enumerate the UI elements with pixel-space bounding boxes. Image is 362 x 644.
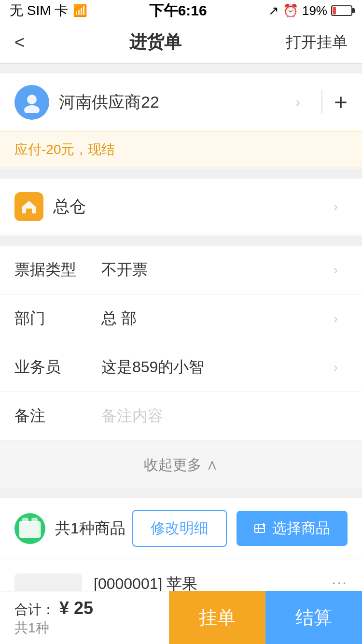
supplier-row[interactable]: 河南供应商22 › + [0,73,362,131]
department-row[interactable]: 部门 总 部 › [0,294,362,343]
salesperson-value: 这是859的小智 [92,357,334,378]
select-product-label: 选择商品 [272,518,330,538]
total-amount: ¥ 25 [59,598,93,618]
battery-percent: 19% [302,3,327,18]
checkout-button[interactable]: 结算 [265,591,362,644]
product-count-label: 共1种商品 [55,518,132,539]
ticket-type-label: 票据类型 [14,259,92,280]
department-label: 部门 [14,308,92,329]
collapse-label: 收起更多 ∧ [144,457,218,473]
status-right: ↗ ⏰ 19% [268,3,352,18]
supplier-chevron-icon: › [296,95,300,110]
separator-1 [0,64,362,73]
salesperson-row[interactable]: 业务员 这是859的小智 › [0,343,362,392]
salesperson-chevron-icon: › [334,360,338,375]
hang-order-button[interactable]: 挂单 [169,591,265,644]
separator-4 [0,489,362,498]
status-left: 无 SIM 卡 📶 [10,1,87,20]
form-section: 票据类型 不开票 › 部门 总 部 › 业务员 这是859的小智 › 备注 备注… [0,246,362,441]
svg-rect-5 [31,518,38,522]
remark-placeholder: 备注内容 [92,406,348,427]
product-icon [14,513,45,544]
ticket-type-chevron-icon: › [334,262,338,278]
total-row: 合计： ¥ 25 [14,598,154,619]
separator-2 [0,169,362,179]
svg-point-0 [27,95,37,104]
svg-rect-3 [19,521,41,538]
warehouse-chevron-icon: › [334,199,338,214]
edit-detail-button[interactable]: 修改明细 [132,510,227,547]
remark-row[interactable]: 备注 备注内容 [0,392,362,441]
warehouse-icon [14,192,43,221]
nav-bar: < 进货单 打开挂单 [0,21,362,64]
location-icon: ↗ [268,3,279,18]
wifi-icon: 📶 [73,4,87,17]
warehouse-section: 总仓 › [0,179,362,235]
supplier-section: 河南供应商22 › + 应付-20元，现结 [0,73,362,168]
battery-icon [331,5,352,16]
warehouse-row[interactable]: 总仓 › [0,179,362,235]
collapse-button[interactable]: 收起更多 ∧ [0,442,362,489]
ticket-type-row[interactable]: 票据类型 不开票 › [0,246,362,294]
carrier-text: 无 SIM 卡 [10,1,68,20]
back-button[interactable]: < [14,32,25,53]
product-id: [0000001] [94,575,167,592]
alarm-icon: ⏰ [283,3,298,18]
open-pending-button[interactable]: 打开挂单 [286,32,348,53]
add-supplier-button[interactable]: + [334,91,348,114]
product-more-button[interactable]: ··· [332,574,348,591]
svg-rect-2 [26,209,32,213]
supplier-divider [321,90,322,114]
supplier-notice: 应付-20元，现结 [0,131,362,168]
page-title: 进货单 [129,30,181,54]
supplier-avatar [14,85,49,120]
battery-fill [333,7,336,14]
total-section: 合计： ¥ 25 共1种 [0,591,169,644]
bottom-bar: 合计： ¥ 25 共1种 挂单 结算 [0,591,362,644]
total-count: 共1种 [14,619,154,637]
salesperson-label: 业务员 [14,357,92,378]
warehouse-name: 总仓 [53,196,334,218]
department-chevron-icon: › [334,311,338,326]
separator-3 [0,236,362,246]
select-product-button[interactable]: 选择商品 [237,511,348,546]
remark-label: 备注 [14,406,92,427]
svg-rect-4 [22,518,28,522]
ticket-type-value: 不开票 [92,259,334,280]
time-display: 下午6:16 [149,1,207,21]
cart-icon [254,522,267,535]
total-label: 合计： [14,602,55,617]
status-bar: 无 SIM 卡 📶 下午6:16 ↗ ⏰ 19% [0,0,362,21]
supplier-name: 河南供应商22 [59,91,296,113]
product-header: 共1种商品 修改明细 选择商品 [0,498,362,559]
product-title: 苹果 [167,575,197,592]
department-value: 总 部 [92,308,334,329]
svg-point-1 [24,105,40,113]
